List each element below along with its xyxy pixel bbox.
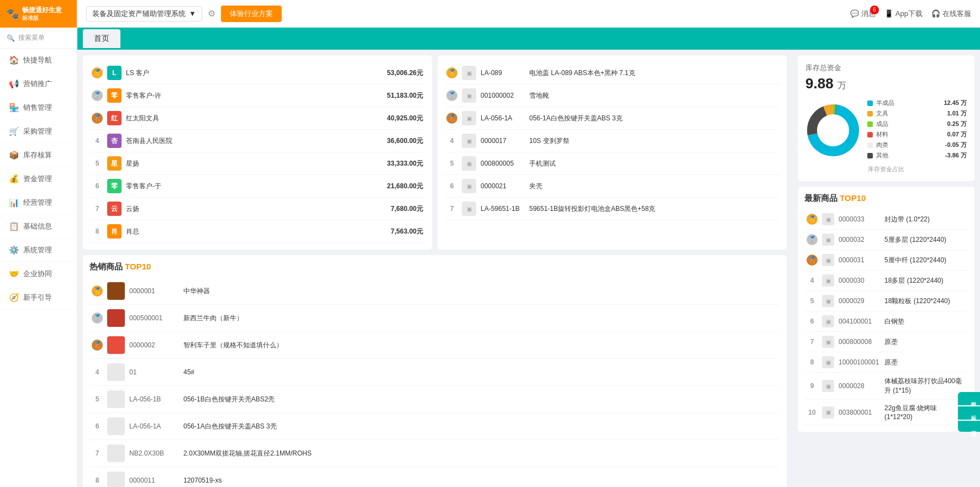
sidebar-item-quick-nav[interactable]: 🏠 快捷导航	[0, 49, 77, 72]
product-code: LA-056-1A	[481, 114, 525, 122]
legend-name: 肉类	[876, 141, 942, 149]
new-product-row: 🥉 ▣ 0000031 5厘中纤 (1220*2440)	[804, 250, 968, 271]
new-product-row: 8 ▣ 10000100001 原垄	[804, 352, 968, 373]
rank-avatar: L	[107, 66, 122, 80]
rank-name: 肖总	[126, 227, 386, 236]
product-img	[107, 309, 125, 327]
trial-button[interactable]: 体验行业方案	[221, 6, 282, 22]
sidebar-item-operation[interactable]: 📊 经营管理	[0, 191, 77, 215]
legend-value: -3.86 万	[945, 151, 967, 160]
rank-name: 云扬	[126, 204, 386, 214]
message-item[interactable]: 💬 消息 6	[850, 9, 876, 19]
rank-medal-3: 🥉	[446, 113, 457, 124]
rank-name: 星扬	[126, 159, 383, 168]
hot-product-code: 01	[129, 368, 179, 376]
operation-icon: 📊	[9, 198, 19, 208]
new-product-code: 0000033	[839, 215, 880, 223]
hot-product-name: 中华神器	[183, 287, 778, 296]
tab-home[interactable]: 首页	[83, 29, 120, 48]
new-product-row: 10 ▣ 003800001 22g鱼豆腐·烧烤味 (1*12*20)	[804, 400, 968, 425]
product-code: LA-089	[481, 69, 525, 77]
product-ranking-card: 🥇 ▣ LA-089 电池盖 LA-089 ABS本色+黑种 7.1克 🥈 ▣ …	[438, 55, 787, 250]
rank-medal-3: 🥉	[92, 113, 103, 124]
product-rank-icon: ▣	[462, 202, 476, 216]
legend-item: 文具 1.01 万	[867, 109, 967, 118]
rank-num: 9	[807, 382, 818, 390]
rank-num: 6	[807, 317, 818, 325]
app-download-item[interactable]: 📱 App下载	[884, 9, 923, 19]
product-ranking-table: 🥇 ▣ LA-089 电池盖 LA-089 ABS本色+黑种 7.1克 🥈 ▣ …	[444, 62, 780, 220]
legend-dot	[867, 132, 873, 137]
float-btn-community[interactable]: 服务社区	[958, 406, 980, 420]
legend-name: 半成品	[876, 99, 940, 107]
new-product-name: 18多层 (1220*2440)	[884, 276, 966, 285]
legend-item: 肉类 -0.05 万	[867, 141, 967, 149]
sidebar-item-finance[interactable]: 💰 资金管理	[0, 167, 77, 191]
main-wrap: 装备及固定资产辅助管理系统 ▼ ⚙ 体验行业方案 💬 消息 6 📱 App下载 …	[77, 0, 980, 487]
rank-medal-1: 🥇	[92, 285, 103, 297]
rank-avatar: 星	[107, 156, 122, 171]
customer-ranking-row: 🥉 红 红太阳文具 40,925.00元	[89, 107, 425, 130]
message-icon: 💬	[850, 9, 859, 18]
product-img-placeholder	[107, 363, 125, 381]
rank-num: 8	[92, 227, 103, 235]
sidebar-item-enterprise[interactable]: 🤝 企业协同	[0, 262, 77, 286]
rank-name: 红太阳文具	[126, 114, 383, 123]
inventory-card: 库存总资金 9.88 万	[798, 55, 974, 181]
customer-ranking-row: 7 云 云扬 7,680.00元	[89, 198, 425, 220]
hot-products-title: 热销商品 TOP10	[89, 262, 780, 272]
product-rank-icon: ▣	[462, 111, 476, 125]
product-rank-icon: ▣	[462, 179, 476, 193]
new-product-code: 10000100001	[839, 358, 880, 366]
content: 🥇 L LS 客户 53,006.26元 🥈 零 零售客户-许 51,183.0…	[77, 50, 980, 487]
legend-dot	[867, 111, 873, 117]
sidebar-item-sales[interactable]: 🏪 销售管理	[0, 96, 77, 120]
rank-avatar: 零	[107, 88, 122, 103]
settings-icon[interactable]: ⚙	[208, 8, 215, 19]
message-badge: 6	[870, 6, 879, 14]
hot-product-name: 45#	[183, 368, 778, 376]
sidebar-item-inventory[interactable]: 📦 库存核算	[0, 144, 77, 167]
hot-product-code: NB2.0X30B	[129, 449, 179, 457]
float-btn-customer-service[interactable]: 客服热线	[958, 392, 980, 405]
sidebar-item-marketing[interactable]: 📢 营销推广	[0, 72, 77, 96]
hot-products-card: 热销商品 TOP10 🥇 0000001 中华神器 🥈 000500001 新西…	[83, 255, 787, 487]
rank-value: 53,006.26元	[387, 68, 423, 78]
rank-medal-3: 🥉	[92, 340, 103, 351]
rank-num: 5	[807, 297, 818, 305]
rank-value: 51,183.00元	[387, 91, 423, 100]
rank-num: 5	[92, 395, 103, 403]
rank-num: 6	[92, 182, 103, 190]
hot-product-name: 056-1A白色按键开关盖ABS 3壳	[183, 422, 778, 431]
inventory-title: 库存总资金	[805, 63, 967, 73]
new-product-row: 5 ▣ 0000029 18颗粒板 (1220*2440)	[804, 291, 968, 311]
rank-value: 36,600.00元	[387, 136, 423, 146]
legend-item: 半成品 12.45 万	[867, 99, 967, 107]
rank-num: 6	[446, 182, 457, 190]
new-product-row: 🥈 ▣ 0000032 5厘多层 (1220*2440)	[804, 230, 968, 250]
sidebar-search[interactable]: 🔍 搜索菜单	[0, 28, 77, 49]
inventory-icon: 📦	[9, 150, 19, 160]
sidebar-item-system[interactable]: ⚙️ 系统管理	[0, 239, 77, 262]
rank-avatar: 杏	[107, 134, 122, 148]
product-name: 电池盖 LA-089 ABS本色+黑种 7.1克	[529, 68, 778, 78]
rank-num: 6	[92, 422, 103, 430]
float-buttons: 客服热线 服务社区 直播	[958, 392, 980, 432]
customer-ranking-table: 🥇 L LS 客户 53,006.26元 🥈 零 零售客户-许 51,183.0…	[89, 62, 425, 243]
search-icon: 🔍	[7, 34, 15, 42]
rank-num: 7	[92, 205, 103, 213]
hot-product-row: 4 01 45#	[89, 359, 780, 386]
rank-avatar: 零	[107, 179, 122, 193]
sidebar-item-guide[interactable]: 🧭 新手引导	[0, 286, 77, 310]
product-img-placeholder	[107, 390, 125, 408]
finance-icon: 💰	[9, 174, 19, 184]
purchase-icon: 🛒	[9, 126, 19, 136]
sidebar-item-basic[interactable]: 📋 基础信息	[0, 215, 77, 239]
legend-dot	[867, 153, 873, 158]
float-btn-direct[interactable]: 直播	[958, 421, 980, 432]
sidebar-item-purchase[interactable]: 🛒 采购管理	[0, 120, 77, 144]
system-select[interactable]: 装备及固定资产辅助管理系统 ▼	[86, 6, 202, 22]
online-service-item[interactable]: 🎧 在线客服	[931, 9, 971, 19]
hot-product-name: 智利车子里（规格不知道填什么）	[183, 341, 778, 350]
new-products-list: 🥇 ▣ 0000033 封边带 (1.0*22) 🥈 ▣ 0000032 5厘多…	[804, 209, 968, 425]
